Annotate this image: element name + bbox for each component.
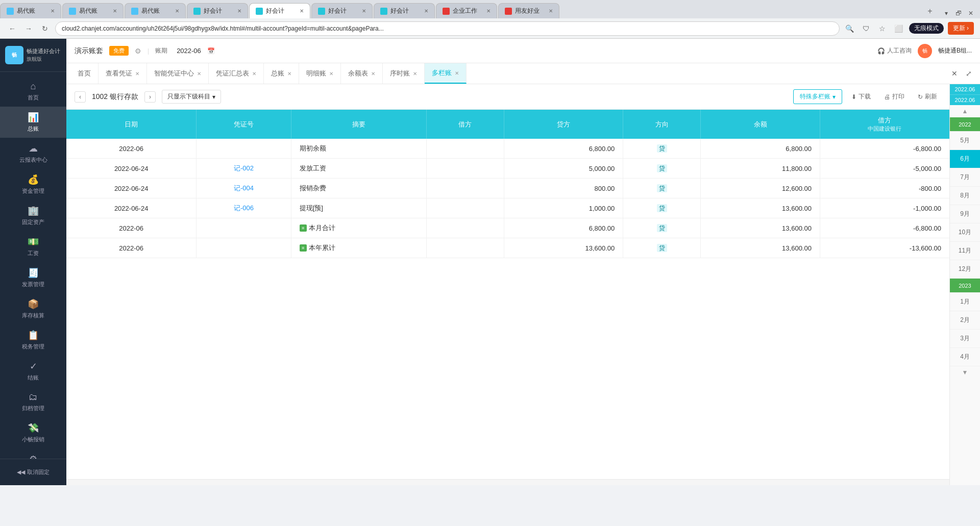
unpin-button[interactable]: ◀◀ 取消固定 xyxy=(0,464,66,480)
tab-close-3[interactable]: ✕ xyxy=(237,8,241,14)
page-tab-查看凭证[interactable]: 查看凭证 ✕ xyxy=(99,63,147,84)
page-tab-close-2[interactable]: ✕ xyxy=(197,71,201,77)
sidebar-item-首页[interactable]: ⌂ 首页 xyxy=(0,76,66,107)
tab-close-5[interactable]: ✕ xyxy=(362,8,366,14)
page-tab-总账[interactable]: 总账 ✕ xyxy=(264,63,299,84)
tab-close-7[interactable]: ✕ xyxy=(486,8,491,14)
voucher-link-1[interactable]: 记-002 xyxy=(234,164,254,172)
cell-voucher-3[interactable]: 记-006 xyxy=(197,198,291,218)
tab-close-1[interactable]: ✕ xyxy=(113,8,117,14)
cal-month-2022-5月[interactable]: 5月 xyxy=(950,132,980,150)
calendar-icon[interactable]: 📅 xyxy=(207,47,215,55)
refresh-browser-button[interactable]: ↻ xyxy=(39,22,51,35)
user-avatar[interactable]: 畅 xyxy=(918,44,932,58)
page-tab-智能凭证中心[interactable]: 智能凭证中心 ✕ xyxy=(147,63,209,84)
cal-month-2022-6月[interactable]: 6月 xyxy=(950,150,980,168)
sidebar-item-资金管理[interactable]: 💰 资金管理 xyxy=(0,169,66,200)
cal-month-2022-10月[interactable]: 10月 xyxy=(950,223,980,242)
incognito-button[interactable]: 无痕模式 xyxy=(909,23,944,34)
page-tab-close-7[interactable]: ✕ xyxy=(413,71,417,77)
consult-button[interactable]: 🎧 人工咨询 xyxy=(877,46,912,55)
browser-tab-4[interactable]: 好会计 ✕ xyxy=(249,3,310,18)
back-button[interactable]: ← xyxy=(6,22,18,35)
sidebar-item-固定资产[interactable]: 🏢 固定资产 xyxy=(0,200,66,231)
cal-scroll-down[interactable]: ▼ xyxy=(950,366,980,379)
cal-month-2022-7月[interactable]: 7月 xyxy=(950,168,980,187)
browser-tab-3[interactable]: 好会计 ✕ xyxy=(187,3,248,18)
cal-month-2022-8月[interactable]: 8月 xyxy=(950,187,980,205)
cell-voucher-2[interactable]: 记-004 xyxy=(197,179,291,198)
page-tab-close-3[interactable]: ✕ xyxy=(252,71,256,77)
minimize-button[interactable]: ▾ xyxy=(941,8,951,18)
browser-tab-7[interactable]: 企业工作 ✕ xyxy=(436,3,497,18)
url-input[interactable]: cloud2.chanjet.com/accounting/uh26t264j5… xyxy=(55,21,840,36)
page-tab-close-4[interactable]: ✕ xyxy=(287,71,291,77)
prev-account-button[interactable]: ‹ xyxy=(75,91,86,103)
sidebar-item-工资[interactable]: 💵 工资 xyxy=(0,231,66,262)
page-tab-明细账[interactable]: 明细账 ✕ xyxy=(299,63,341,84)
page-tab-凭证汇总表[interactable]: 凭证汇总表 ✕ xyxy=(209,63,264,84)
user-name[interactable]: 畅捷通B组... xyxy=(938,46,972,55)
browser-tab-5[interactable]: 好会计 ✕ xyxy=(311,3,373,18)
filter-dropdown[interactable]: 只显示下级科目 ▾ xyxy=(162,90,221,104)
download-button[interactable]: ⬇ 下载 xyxy=(847,90,875,104)
page-tab-多栏账[interactable]: 多栏账 ✕ xyxy=(425,63,467,84)
browser-tab-6[interactable]: 好会计 ✕ xyxy=(374,3,435,18)
sidebar-item-归档管理[interactable]: 🗂 归档管理 xyxy=(0,387,66,417)
cal-month-2022-9月[interactable]: 9月 xyxy=(950,205,980,223)
restore-button[interactable]: 🗗 xyxy=(953,8,964,18)
special-multi-btn[interactable]: 特殊多栏账 ▾ xyxy=(793,89,842,104)
voucher-link-3[interactable]: 记-006 xyxy=(234,204,254,212)
extensions-button[interactable]: ⬜ xyxy=(893,22,905,35)
sidebar-item-库存核算[interactable]: 📦 库存核算 xyxy=(0,293,66,324)
sidebar-item-小畅报销[interactable]: 💸 小畅报销 xyxy=(0,417,66,448)
next-account-button[interactable]: › xyxy=(144,91,156,103)
settings-icon[interactable]: ⚙ xyxy=(135,47,141,55)
tab-close-4[interactable]: ✕ xyxy=(300,8,304,14)
close-tab-action[interactable]: ✕ xyxy=(947,66,962,81)
account-tag[interactable]: 免费 xyxy=(109,46,129,56)
tab-close-6[interactable]: ✕ xyxy=(424,8,428,14)
page-tab-close-1[interactable]: ✕ xyxy=(135,71,139,77)
sidebar-item-云报表中心[interactable]: ☁ 云报表中心 xyxy=(0,138,66,169)
cal-month-2022-12月[interactable]: 12月 xyxy=(950,260,980,279)
page-tab-余额表[interactable]: 余额表 ✕ xyxy=(341,63,383,84)
sidebar-item-总账[interactable]: 📊 总账 xyxy=(0,107,66,138)
sidebar-item-结账[interactable]: ✓ 结账 xyxy=(0,356,66,387)
new-tab-button[interactable]: + xyxy=(923,4,937,18)
page-tab-close-8[interactable]: ✕ xyxy=(455,70,459,76)
browser-tab-8[interactable]: 用友好业 ✕ xyxy=(498,3,559,18)
page-tab-close-6[interactable]: ✕ xyxy=(371,71,375,77)
update-button[interactable]: 更新 › xyxy=(948,22,974,35)
sidebar-item-基础设置[interactable]: ⚙ 基础设置 xyxy=(0,448,66,459)
page-tab-首页[interactable]: 首页 xyxy=(70,63,99,84)
horizontal-scrollbar[interactable] xyxy=(66,479,949,485)
cell-voucher-1[interactable]: 记-002 xyxy=(197,159,291,179)
sidebar-label-6: 发票管理 xyxy=(22,281,44,288)
sidebar-item-发票管理[interactable]: 🧾 发票管理 xyxy=(0,262,66,293)
voucher-link-2[interactable]: 记-004 xyxy=(234,184,254,192)
page-tab-close-5[interactable]: ✕ xyxy=(329,71,333,77)
browser-tab-1[interactable]: 易代账 ✕ xyxy=(62,3,124,18)
search-button[interactable]: 🔍 xyxy=(844,22,856,35)
sidebar-item-税务管理[interactable]: 📋 税务管理 xyxy=(0,324,66,356)
refresh-button[interactable]: ↻ 刷新 xyxy=(914,90,941,104)
page-tab-序时账[interactable]: 序时账 ✕ xyxy=(383,63,425,84)
cal-month-2023-3月[interactable]: 3月 xyxy=(950,330,980,348)
cal-scroll-up[interactable]: ▲ xyxy=(950,105,980,117)
tab-close-8[interactable]: ✕ xyxy=(549,8,553,14)
print-button[interactable]: 🖨 打印 xyxy=(880,90,909,104)
cal-month-2023-2月[interactable]: 2月 xyxy=(950,311,980,330)
browser-tab-0[interactable]: 易代账 ✕ xyxy=(0,3,61,18)
tab-close-0[interactable]: ✕ xyxy=(51,8,55,14)
close-browser-button[interactable]: ✕ xyxy=(966,8,976,18)
star-button[interactable]: ☆ xyxy=(876,22,889,35)
col-date: 日期 xyxy=(66,110,197,139)
forward-button[interactable]: → xyxy=(22,22,35,35)
cal-month-2023-1月[interactable]: 1月 xyxy=(950,293,980,311)
tab-close-2[interactable]: ✕ xyxy=(175,8,179,14)
expand-tab-action[interactable]: ⤢ xyxy=(962,66,976,81)
cal-month-2023-4月[interactable]: 4月 xyxy=(950,348,980,366)
browser-tab-2[interactable]: 易代账 ✕ xyxy=(125,3,186,18)
cal-month-2022-11月[interactable]: 11月 xyxy=(950,242,980,260)
